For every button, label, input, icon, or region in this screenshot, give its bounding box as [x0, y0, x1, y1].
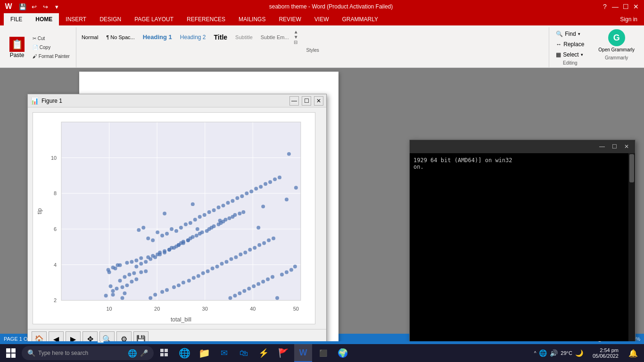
store-button[interactable]: 🛍 — [235, 344, 253, 362]
scatter-plot: 2 4 6 8 10 10 20 30 40 50 tip total_bill — [33, 113, 315, 324]
toolbar-forward-button[interactable]: ▶ — [66, 331, 81, 341]
svg-text:40: 40 — [250, 306, 256, 312]
svg-point-77 — [160, 290, 164, 294]
figure-close[interactable]: ✕ — [314, 96, 323, 106]
svg-point-131 — [235, 196, 239, 200]
svg-point-55 — [195, 234, 198, 238]
copy-button[interactable]: 📄 Copy — [30, 43, 72, 51]
tab-view[interactable]: VIEW — [308, 13, 336, 25]
minimize-button[interactable]: — — [611, 2, 619, 11]
svg-point-145 — [247, 287, 251, 290]
paste-icon: 📋 — [9, 37, 25, 52]
svg-point-153 — [285, 271, 289, 274]
figure-maximize[interactable]: ☐ — [302, 96, 311, 106]
find-button[interactable]: 🔍 Find ▾ — [553, 29, 587, 39]
figure-minimize[interactable]: — — [289, 96, 299, 106]
select-button[interactable]: ▦ Select ▾ — [553, 50, 587, 59]
format-painter-button[interactable]: 🖌 Format Painter — [30, 52, 72, 60]
help-button[interactable]: ? — [601, 2, 609, 11]
select-dropdown-icon[interactable]: ▾ — [581, 52, 583, 57]
quick-access: W 💾 ↩ ↪ ▾ — [4, 2, 61, 11]
globe-button[interactable]: 🌍 — [334, 344, 352, 362]
svg-point-82 — [187, 279, 191, 282]
toolbar-zoom-button[interactable]: 🔍 — [99, 331, 115, 341]
restore-button[interactable]: ☐ — [621, 2, 630, 11]
terminal-scrollbar-thumb[interactable] — [629, 154, 634, 182]
find-dropdown-icon[interactable]: ▾ — [578, 32, 580, 36]
figure-toolbar: 🏠 ◀ ▶ ✥ 🔍 ⚙ 💾 — [28, 329, 326, 341]
svg-point-142 — [233, 294, 237, 297]
svg-point-169 — [111, 266, 115, 270]
undo-quick[interactable]: ↩ — [29, 3, 39, 10]
paste-button[interactable]: 📋 Paste — [6, 35, 28, 60]
svg-point-151 — [275, 296, 279, 300]
edge-browser-button[interactable]: 🌐 — [175, 344, 193, 362]
svg-point-146 — [252, 284, 256, 288]
tab-grammarly[interactable]: GRAMMARLY — [335, 13, 384, 25]
svg-point-117 — [170, 227, 173, 231]
task-view-button[interactable] — [156, 344, 173, 362]
edge-alt-button[interactable]: ⚡ — [255, 344, 272, 362]
terminal-minimize[interactable]: — — [597, 142, 607, 151]
svg-point-129 — [226, 201, 230, 205]
terminal-content[interactable]: 1929 64 bit (AMD64)] on win32 on. — [410, 153, 635, 341]
toolbar-pan-button[interactable]: ✥ — [83, 331, 98, 341]
paste-label: Paste — [10, 52, 25, 58]
editing-group: 🔍 Find ▾ ↔ Replace ▦ Select ▾ Editing — [549, 27, 591, 67]
tab-references[interactable]: REFERENCES — [180, 13, 232, 25]
notification-button[interactable]: 🔔 — [624, 344, 642, 362]
file-explorer-button[interactable]: 📁 — [195, 344, 213, 362]
redo-quick[interactable]: ↪ — [41, 3, 50, 10]
tab-review[interactable]: REVIEW — [272, 13, 307, 25]
open-grammarly-button[interactable]: G Open Grammarly — [594, 27, 638, 54]
mic-icon[interactable]: 🎤 — [140, 349, 148, 357]
chevron-icon[interactable]: ^ — [534, 351, 537, 356]
svg-point-27 — [130, 280, 133, 283]
toolbar-save-button[interactable]: 💾 — [133, 331, 149, 341]
style-no-space[interactable]: ¶ No Spac... — [103, 33, 138, 41]
svg-point-87 — [211, 267, 215, 271]
style-heading2[interactable]: Heading 2 — [177, 33, 209, 42]
toolbar-back-button[interactable]: ◀ — [49, 331, 64, 341]
clock[interactable]: 2:54 pm 05/06/2022 — [589, 347, 622, 359]
style-normal[interactable]: Normal — [78, 33, 101, 41]
svg-point-61 — [212, 224, 216, 228]
svg-point-66 — [227, 216, 231, 220]
customize-quick[interactable]: ▾ — [52, 3, 61, 10]
styles-scroll[interactable]: ▲▼⊟ — [294, 29, 300, 45]
tab-mailings[interactable]: MAILINGS — [232, 13, 272, 25]
tab-file[interactable]: FILE — [4, 13, 29, 25]
replace-button[interactable]: ↔ Replace — [553, 40, 587, 49]
mail-button[interactable]: ✉ — [215, 344, 233, 362]
svg-point-170 — [116, 263, 120, 267]
tab-home[interactable]: HOME — [29, 13, 59, 25]
network-icon[interactable]: 🌐 — [539, 349, 547, 357]
word-taskbar-button[interactable]: W — [294, 344, 312, 362]
style-subtitle[interactable]: Subtitle — [232, 33, 256, 41]
svg-point-68 — [233, 213, 237, 217]
save-quick[interactable]: 💾 — [18, 3, 27, 10]
terminal-maximize[interactable]: ☐ — [610, 142, 619, 151]
window-controls: ? — ☐ ✕ — [601, 2, 640, 11]
style-heading1[interactable]: Heading 1 — [140, 32, 175, 42]
close-button[interactable]: ✕ — [632, 2, 640, 11]
tab-design[interactable]: DESIGN — [93, 13, 128, 25]
style-title[interactable]: Title — [211, 32, 231, 42]
sign-in-link[interactable]: Sign in — [613, 13, 644, 25]
terminal-close[interactable]: ✕ — [622, 142, 631, 151]
toolbar-configure-button[interactable]: ⚙ — [116, 331, 132, 341]
svg-point-69 — [238, 212, 241, 215]
plot-area: 2 4 6 8 10 10 20 30 40 50 tip total_bill — [33, 112, 315, 324]
style-subtle-em[interactable]: Subtle Em... — [257, 33, 292, 41]
tab-page-layout[interactable]: PAGE LAYOUT — [128, 13, 180, 25]
cut-button[interactable]: ✂ Cut — [30, 34, 72, 42]
taskbar-search[interactable]: 🔍 Type here to search 🌐 🎤 — [22, 346, 154, 360]
start-button[interactable] — [2, 344, 20, 362]
flag-button[interactable]: 🚩 — [274, 344, 292, 362]
toolbar-home-button[interactable]: 🏠 — [32, 331, 47, 341]
terminal-scrollbar[interactable] — [628, 153, 635, 341]
svg-point-149 — [266, 277, 270, 281]
volume-icon[interactable]: 🔊 — [550, 349, 558, 357]
terminal-taskbar-button[interactable]: ⬛ — [314, 344, 332, 362]
tab-insert[interactable]: INSERT — [59, 13, 93, 25]
